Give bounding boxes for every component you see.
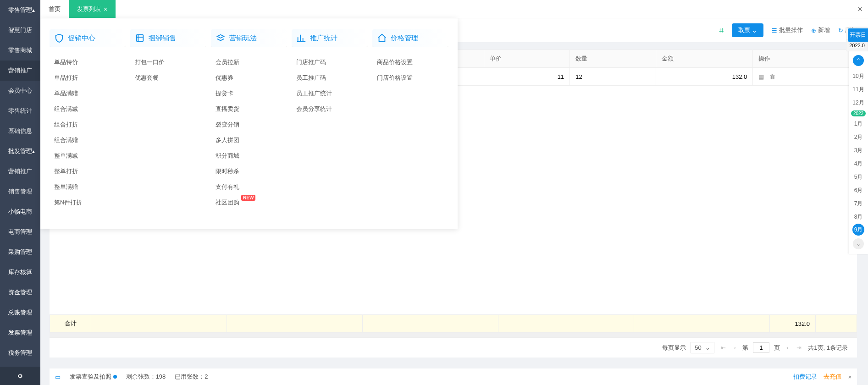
mega-link[interactable]: 优惠套餐 xyxy=(130,70,206,86)
pager-prev[interactable]: ‹ xyxy=(732,344,738,351)
mega-link[interactable]: 组合满减 xyxy=(50,101,126,117)
th-amount[interactable]: 金额 xyxy=(656,50,753,68)
per-page-label: 每页显示 xyxy=(662,344,686,352)
sidebar-item-ecom1[interactable]: 小畅电商 xyxy=(0,202,40,222)
sidebar-item-basic-info[interactable]: 基础信息 xyxy=(0,121,40,141)
invoice-check-link[interactable]: 发票查验及拍照 xyxy=(70,373,117,381)
close-all-tabs[interactable]: × xyxy=(857,5,862,14)
sidebar-group-retail[interactable]: 零售管理▲ xyxy=(0,0,40,20)
cell-amount: 132.0 xyxy=(656,68,753,86)
mega-link[interactable]: 打包一口价 xyxy=(130,55,206,70)
pager-last[interactable]: ⇥ xyxy=(795,344,803,351)
chevron-down-icon: ⌄ xyxy=(705,344,710,351)
timeline-up-icon[interactable]: ⌃ xyxy=(853,55,864,66)
timeline-month[interactable]: 7月 xyxy=(854,197,863,210)
batch-button[interactable]: 批量操作 xyxy=(772,26,803,34)
sidebar-settings[interactable]: ⚙ xyxy=(0,367,40,385)
sidebar-item-mall[interactable]: 零售商城 xyxy=(0,40,40,60)
timeline-month[interactable]: 4月 xyxy=(854,157,863,170)
sidebar-item-retail-stats[interactable]: 零售统计 xyxy=(0,101,40,121)
mega-link[interactable]: 会员分享统计 xyxy=(292,101,368,117)
invoice-date-toggle[interactable]: 开票日 xyxy=(848,28,868,42)
mega-link[interactable]: 商品价格设置 xyxy=(372,55,448,70)
mega-link[interactable]: 提货卡 xyxy=(211,86,287,101)
mega-link[interactable]: 支付有礼 xyxy=(211,179,287,195)
page-input[interactable] xyxy=(753,342,769,353)
fetch-ticket-button[interactable]: 取票 ⌄ xyxy=(732,23,763,37)
sidebar-item-purchase[interactable]: 采购管理 xyxy=(0,242,40,262)
mega-link[interactable]: 直播卖货 xyxy=(211,101,287,117)
timeline-month[interactable]: 6月 xyxy=(854,184,863,197)
new-badge: NEW xyxy=(241,195,255,201)
mega-link[interactable]: 整单打折 xyxy=(50,164,126,179)
mega-header-stats: 推广统计 xyxy=(292,29,368,47)
pager-next[interactable]: › xyxy=(785,344,790,351)
timeline-month[interactable]: 2月 xyxy=(854,131,863,144)
timeline-month[interactable]: 12月 xyxy=(852,96,864,110)
batch-icon xyxy=(772,27,777,34)
timeline-month[interactable]: 3月 xyxy=(854,144,863,157)
mega-link[interactable]: 限时秒杀 xyxy=(211,164,287,179)
timeline-month[interactable]: 1月 xyxy=(854,117,863,131)
mega-link[interactable]: 门店价格设置 xyxy=(372,70,448,86)
timeline-month[interactable]: 8月 xyxy=(854,210,863,224)
mega-link[interactable]: 整单满减 xyxy=(50,148,126,164)
horizontal-scrollbar[interactable] xyxy=(50,333,857,337)
mega-link[interactable]: 优惠券 xyxy=(211,70,287,86)
sidebar-item-fund[interactable]: 资金管理 xyxy=(0,282,40,302)
mega-link[interactable]: 员工推广码 xyxy=(292,70,368,86)
mega-link[interactable]: 组合打折 xyxy=(50,117,126,132)
sidebar-item-ws-marketing[interactable]: 营销推广 xyxy=(0,161,40,182)
sidebar-item-tax[interactable]: 税务管理 xyxy=(0,343,40,363)
tab-bar: 首页 发票列表× × xyxy=(40,0,868,18)
sidebar-item-member[interactable]: 会员中心 xyxy=(0,81,40,101)
sidebar-item-store[interactable]: 智慧门店 xyxy=(0,20,40,40)
timeline-down-icon[interactable]: ⌄ xyxy=(853,238,864,249)
gear-icon: ⚙ xyxy=(17,373,23,380)
sidebar-item-marketing[interactable]: 营销推广 xyxy=(0,60,40,81)
th-price[interactable]: 单价 xyxy=(484,50,570,68)
mega-link[interactable]: 整单满赠 xyxy=(50,179,126,195)
sidebar-item-ecom2[interactable]: 电商管理 xyxy=(0,222,40,242)
remain-count: 剩余张数：198 xyxy=(126,373,166,381)
sidebar-item-invoice[interactable]: 发票管理 xyxy=(0,323,40,343)
mega-link[interactable]: 单品打折 xyxy=(50,70,126,86)
qr-icon[interactable]: ⌗ xyxy=(719,26,724,35)
sidebar-item-inventory[interactable]: 库存核算 xyxy=(0,262,40,282)
mega-link[interactable]: 单品满赠 xyxy=(50,86,126,101)
timeline-month[interactable]: 10月 xyxy=(852,70,864,83)
timeline-month-active[interactable]: 9月 xyxy=(852,224,864,236)
mega-link[interactable]: 积分商城 xyxy=(211,148,287,164)
edit-icon[interactable]: ▤ xyxy=(758,73,764,80)
mega-link[interactable]: 多人拼团 xyxy=(211,132,287,148)
mega-link[interactable]: 社区团购NEW xyxy=(211,195,287,210)
timeline-year-badge: 2022 xyxy=(851,110,866,116)
mega-link[interactable]: 会员拉新 xyxy=(211,55,287,70)
tab-invoice-list[interactable]: 发票列表× xyxy=(69,0,116,18)
date-timeline: 2022.0 2022.0 ⌃ 10月 11月 12月 2022 1月 2月 3… xyxy=(849,28,868,254)
sidebar-item-ledger[interactable]: 总账管理 xyxy=(0,302,40,323)
mega-link[interactable]: 门店推广码 xyxy=(292,55,368,70)
price-icon xyxy=(377,33,387,43)
pager-first[interactable]: ⇤ xyxy=(719,344,728,351)
per-page-select[interactable]: 50⌄ xyxy=(691,342,714,353)
recharge-link[interactable]: 去充值 xyxy=(824,373,841,381)
sidebar-group-wholesale[interactable]: 批发管理▲ xyxy=(0,141,40,161)
mega-link[interactable]: 单品特价 xyxy=(50,55,126,70)
timeline-month[interactable]: 5月 xyxy=(854,170,863,184)
mega-link[interactable]: 组合满赠 xyxy=(50,132,126,148)
tab-close-icon[interactable]: × xyxy=(104,6,107,13)
mega-link[interactable]: 裂变分销 xyxy=(211,117,287,132)
add-button[interactable]: 新增 xyxy=(811,26,830,34)
timeline-month[interactable]: 11月 xyxy=(852,83,864,96)
sidebar-item-ws-sales[interactable]: 销售管理 xyxy=(0,182,40,202)
used-count: 已用张数：2 xyxy=(175,373,208,381)
th-qty[interactable]: 数量 xyxy=(570,50,656,68)
delete-icon[interactable]: 🗑 xyxy=(769,73,775,80)
status-close-icon[interactable]: × xyxy=(848,374,851,380)
mega-link[interactable]: 第N件打折 xyxy=(50,195,126,210)
tab-home[interactable]: 首页 xyxy=(40,0,69,18)
cell-price: 11 xyxy=(484,68,570,86)
mega-link[interactable]: 员工推广统计 xyxy=(292,86,368,101)
deduct-link[interactable]: 扣费记录 xyxy=(793,373,817,381)
